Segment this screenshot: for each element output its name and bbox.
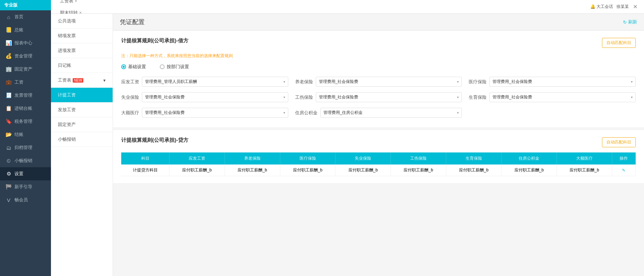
left-nav-label-sales-invoice: 销项发票: [58, 33, 76, 39]
tab-close-voucher-config[interactable]: ×: [79, 22, 82, 27]
debit-select-housing-fund[interactable]: 管理费用_住房公积金 ▾: [320, 108, 462, 118]
tab-payroll[interactable]: 工资表×: [55, 0, 86, 7]
sidebar-item-settings[interactable]: ⚙设置: [0, 167, 51, 180]
debit-title: 计提核算规则(公司承担)-借方: [121, 38, 188, 44]
debit-label-unemployment: 失业保险: [121, 94, 139, 100]
sidebar-item-settlement[interactable]: 📂结账: [0, 128, 51, 141]
credit-cell-5: 应付职工薪酬_b: [391, 164, 446, 176]
dropdown-icon-salary: ▾: [283, 80, 285, 84]
sidebar-item-sales-ledger[interactable]: 📋进销台账: [0, 102, 51, 115]
sidebar-label-reports: 报表中心: [14, 40, 32, 46]
sidebar-item-xcreport[interactable]: ©小畅报销: [0, 154, 51, 167]
sidebar-label-sales-ledger: 进销台账: [14, 105, 32, 112]
radio-dept-dot: [160, 64, 165, 69]
sidebar-icon-guide: 🏁: [6, 184, 12, 190]
sidebar-item-capital[interactable]: 💰资金管理: [0, 50, 51, 63]
sidebar-item-tax-mgmt[interactable]: 🔖税务管理: [0, 115, 51, 128]
credit-cell-6: 应付职工薪酬_b: [446, 164, 501, 176]
debit-select-maternity[interactable]: 管理费用_社会保险费 ▾: [489, 92, 636, 102]
sidebar-icon-archive: 🗂: [6, 145, 12, 151]
credit-col-header-操作: 操作: [612, 152, 635, 164]
left-nav-public-options[interactable]: 公共选项: [51, 14, 113, 29]
radio-group: 基础设置 按部门设置: [121, 64, 636, 70]
debit-select-injury[interactable]: 管理费用_社会保险费 ▾: [316, 92, 462, 102]
tab-bar: 首页工资表×期末结转×凭证配置× 🔔 大工会话 徐某某 ✕: [51, 0, 644, 14]
sidebar-icon-xcreport: ©: [6, 158, 12, 164]
sidebar-label-tax-mgmt: 税务管理: [14, 118, 32, 125]
tab-close-period-close[interactable]: ×: [79, 10, 82, 15]
logo-text: 专业版: [4, 2, 18, 8]
radio-dept[interactable]: 按部门设置: [160, 64, 189, 70]
sidebar-label-capital: 资金管理: [14, 53, 32, 59]
refresh-icon: ↻: [623, 20, 627, 25]
credit-action-cell[interactable]: ✎: [612, 164, 635, 176]
credit-cell-0: 计提贷方科目: [121, 164, 169, 176]
debit-field-injury: 工伤保险 管理费用_社会保险费 ▾: [295, 92, 462, 102]
radio-basic[interactable]: 基础设置: [121, 64, 146, 70]
content-wrapper: 公共选项销项发票进项发票日记账工资表NEW▾计提工资发放工资固定资产小畅报销 凭…: [51, 14, 644, 276]
sidebar-icon-member: V: [6, 197, 12, 203]
left-nav-fixed-assets[interactable]: 固定资产: [51, 117, 113, 132]
left-nav-payroll-table[interactable]: 工资表NEW▾: [51, 73, 113, 88]
sidebar-item-guide[interactable]: 🏁新手引导: [0, 180, 51, 193]
debit-select-medical[interactable]: 管理费用_社会保险费 ▾: [489, 77, 636, 87]
debit-field-housing-fund: 住房公积金 管理费用_住房公积金 ▾: [295, 108, 462, 118]
sidebar-icon-settlement: 📂: [6, 131, 12, 138]
debit-field-salary: 应发工资 管理费用_管理人员职工薪酬 ▾: [121, 77, 288, 87]
debit-select-unemployment[interactable]: 管理费用_社会保险费 ▾: [142, 92, 288, 102]
debit-auto-match-button[interactable]: 自动匹配科目: [602, 38, 636, 48]
left-nav-issue-payroll[interactable]: 发放工资: [51, 103, 113, 117]
debit-note: 注：只能选择一种方式，系统将按照您当前的选择来配置规则: [121, 53, 636, 59]
debit-select-value-pension: 管理费用_社会保险费: [319, 79, 457, 85]
debit-select-large-medical[interactable]: 管理费用_社会保险费 ▾: [142, 108, 288, 118]
left-nav-label-journal: 日记账: [58, 62, 71, 68]
credit-col-header-生育保险: 生育保险: [446, 152, 501, 164]
sidebar-item-member[interactable]: V畅会员: [0, 193, 51, 206]
close-button[interactable]: ✕: [630, 2, 640, 12]
left-nav-purchase-invoice[interactable]: 进项发票: [51, 43, 113, 58]
credit-col-header-应发工资: 应发工资: [169, 152, 225, 164]
main-content: 凭证配置 ↻ 刷新 计提核算规则(公司承担)-借方 自动匹配科目 注：只能选择一…: [113, 14, 644, 276]
sidebar-item-salary[interactable]: 💼工资: [0, 76, 51, 89]
left-nav-label-fixed-assets: 固定资产: [58, 121, 76, 128]
debit-select-salary[interactable]: 管理费用_管理人员职工薪酬 ▾: [142, 77, 288, 87]
dropdown-icon-maternity: ▾: [631, 95, 633, 99]
left-nav: 公共选项销项发票进项发票日记账工资表NEW▾计提工资发放工资固定资产小畅报销: [51, 14, 113, 276]
left-nav-petty-expense[interactable]: 小畅报销: [51, 132, 113, 147]
credit-section: 计提核算规则(公司承担)-贷方 自动匹配科目 科目应发工资养老保险医疗保险失业保…: [113, 130, 644, 186]
debit-label-pension: 养老保险: [295, 79, 313, 85]
debit-field-maternity: 生育保险 管理费用_社会保险费 ▾: [469, 92, 636, 102]
left-nav-label-calc-payroll: 计提工资: [58, 92, 76, 98]
sidebar-icon-settings: ⚙: [6, 171, 12, 177]
sidebar-item-general-ledger[interactable]: 📒总账: [0, 23, 51, 36]
dropdown-icon-medical: ▾: [631, 80, 633, 84]
sidebar-item-home[interactable]: ⌂首页: [0, 10, 51, 23]
credit-col-header-养老保险: 养老保险: [225, 152, 280, 164]
sidebar-icon-sales-ledger: 📋: [6, 105, 12, 112]
sidebar-icon-reports: 📊: [6, 40, 12, 46]
credit-section-header: 计提核算规则(公司承担)-贷方 自动匹配科目: [121, 137, 636, 148]
refresh-button[interactable]: ↻ 刷新: [623, 19, 637, 25]
left-nav-sales-invoice[interactable]: 销项发票: [51, 29, 113, 43]
sidebar-label-archive: 归档管理: [14, 145, 32, 151]
sidebar-label-general-ledger: 总账: [14, 27, 23, 33]
sidebar-item-fixed-assets[interactable]: 🏢固定资产: [0, 63, 51, 76]
credit-auto-match-button[interactable]: 自动匹配科目: [602, 137, 636, 147]
debit-form-grid: 应发工资 管理费用_管理人员职工薪酬 ▾ 养老保险 管理费用_社会保险费 ▾ 医…: [121, 77, 636, 118]
sidebar-icon-salary: 💼: [6, 79, 12, 85]
tab-close-payroll[interactable]: ×: [75, 0, 77, 3]
sidebar-item-archive[interactable]: 🗂归档管理: [0, 141, 51, 154]
sidebar-item-reports[interactable]: 📊报表中心: [0, 36, 51, 50]
left-nav-calc-payroll[interactable]: 计提工资: [51, 88, 113, 103]
radio-basic-label: 基础设置: [128, 64, 146, 70]
debit-select-value-large-medical: 管理费用_社会保险费: [145, 110, 283, 116]
left-nav-journal[interactable]: 日记账: [51, 58, 113, 73]
sidebar-item-invoice-mgmt[interactable]: 🧾发票管理: [0, 89, 51, 102]
sidebar-icon-tax-mgmt: 🔖: [6, 118, 12, 125]
sidebar: 专业版 ⌂首页📒总账📊报表中心💰资金管理🏢固定资产💼工资🧾发票管理📋进销台账🔖税…: [0, 0, 51, 276]
sidebar-label-guide: 新手引导: [14, 184, 32, 190]
debit-select-value-salary: 管理费用_管理人员职工薪酬: [145, 79, 283, 85]
edit-icon[interactable]: ✎: [622, 168, 625, 173]
debit-select-pension[interactable]: 管理费用_社会保险费 ▾: [316, 77, 462, 87]
left-nav-label-public-options: 公共选项: [58, 18, 76, 24]
